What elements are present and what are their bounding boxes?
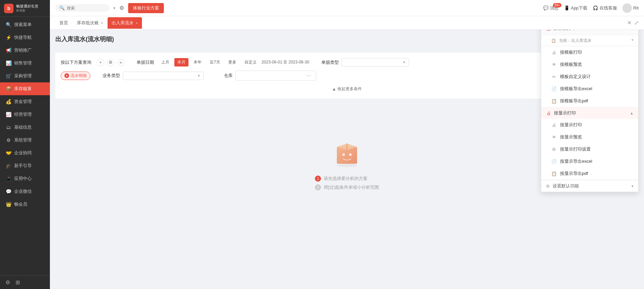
collapse-sidebar-icon[interactable]: ⊞	[16, 279, 20, 286]
search-nav-icon: 🔍	[5, 22, 11, 28]
tab-expand-icon[interactable]: ⤢	[634, 20, 639, 26]
app-center-icon: 📱	[5, 176, 11, 182]
topbar-gear-icon[interactable]: ⚙	[119, 5, 124, 11]
sidebar-item-label: 企业协同	[14, 150, 32, 156]
dropdown-current-chevron: ▾	[632, 38, 634, 44]
marketing-icon: 📢	[5, 47, 11, 53]
tabs-bar: 首页 库存批次账 × 出入库流水 × ✕ ⤢	[50, 16, 644, 30]
sidebar-item-enterprise-wechat[interactable]: 💬 企业微信	[0, 185, 50, 198]
dropdown-display-section-label: 按显示打印	[554, 110, 576, 116]
online-service-btn[interactable]: 🎧 在线客服	[593, 5, 617, 11]
dropdown-item-template-export-pdf[interactable]: 📋 按模板导出pdf	[541, 95, 638, 107]
dropdown-item-template-preview-label: 按模板预览	[560, 61, 582, 68]
dropdown-footer-chevron: ▾	[632, 184, 634, 188]
dropdown-item-display-print-settings[interactable]: ⚙ 按显示打印设置	[541, 143, 638, 155]
template-customize-icon: ✏	[551, 74, 557, 79]
dropdown-header[interactable]: 🖨 按模板打印 ▲	[541, 30, 638, 35]
sidebar-bottom: ⚙ ⊞	[0, 275, 50, 289]
sidebar-nav: 🔍 搜索菜单 ⚡ 快捷导航 📢 营销推广 📊 销售管理 🛒 采购管理 📦 库存核…	[0, 17, 50, 275]
message-badge: 99+	[553, 3, 561, 7]
app-download-btn[interactable]: 📱 App下载	[564, 5, 587, 11]
warehouse-more-icon[interactable]: ···	[307, 73, 311, 79]
sidebar-item-operations[interactable]: 📈 经营管理	[0, 108, 50, 121]
sidebar-item-finance[interactable]: 💰 资金管理	[0, 95, 50, 108]
collapse-filter-btn[interactable]: «	[117, 59, 124, 66]
search-input[interactable]	[67, 6, 100, 10]
warehouse-select[interactable]: ···	[235, 71, 316, 81]
sidebar-item-app-center[interactable]: 📱 应用中心	[0, 172, 50, 185]
dropdown-item-template-export-excel[interactable]: 📄 按模板导出excel	[541, 83, 638, 95]
biz-type-select[interactable]: ▾	[123, 72, 204, 80]
dropdown-item-display-export-excel[interactable]: 📄 按显示导出excel	[541, 155, 638, 167]
type-label: 单据类型	[321, 59, 339, 65]
display-section-chevron-up: ▲	[630, 111, 634, 115]
collapse-label: 收起更多条件	[338, 86, 362, 92]
dropdown-item-template-customize[interactable]: ✏ 模板自定义设计	[541, 71, 638, 83]
dropdown-header-right: ▲	[630, 30, 634, 30]
flow-filter-tag[interactable]: ● 流水明细	[61, 72, 90, 80]
logo-badge: 标准版	[16, 8, 38, 13]
dropdown-item-template-export-excel-label: 按模板导出excel	[560, 86, 592, 92]
biz-type-chevron: ▾	[198, 74, 200, 78]
sidebar-item-sales[interactable]: 📊 销售管理	[0, 57, 50, 70]
date-btn-last-7-days[interactable]: 近7天	[207, 58, 223, 67]
settings-filter-btn[interactable]: ⚙	[107, 59, 114, 66]
type-select[interactable]: ▾	[342, 58, 409, 67]
dropdown-item-template-preview[interactable]: 👁 按模板预览	[541, 58, 638, 71]
dropdown-footer[interactable]: ⚙ 设置默认功能 ▾	[541, 180, 638, 192]
dropdown-item-template-print-label: 按模板打印	[560, 49, 582, 55]
empty-step-2: 2 用[过滤]条件来缩小分析范围	[315, 184, 379, 190]
date-btn-more[interactable]: 更多	[225, 58, 239, 67]
step-2-label: 用[过滤]条件来缩小分析范围	[324, 184, 379, 190]
filter-actions: + ⚙ «	[97, 59, 124, 66]
sidebar-item-system[interactable]: ⚙ 系统管理	[0, 134, 50, 147]
sidebar-item-guide[interactable]: 🎓 新手引导	[0, 159, 50, 172]
dropdown-current[interactable]: 📋 当前：出入库流水 ▾	[541, 35, 638, 46]
dropdown-item-display-preview[interactable]: 👁 按显示预览	[541, 131, 638, 143]
topbar-search[interactable]: 🔍	[55, 4, 109, 12]
date-btn-custom[interactable]: 自定义	[241, 58, 260, 67]
tab-stock-flow[interactable]: 出入库流水 ×	[108, 17, 142, 29]
tab-home[interactable]: 首页	[55, 17, 72, 29]
dropdown-item-template-print[interactable]: 🖨 按模板打印	[541, 46, 638, 58]
collapse-btn[interactable]: ▲ 收起更多条件	[328, 85, 366, 93]
date-btn-last-month[interactable]: 上月	[158, 58, 172, 67]
topbar-dropdown-chevron[interactable]: ▾	[113, 6, 115, 10]
dropdown-item-display-print[interactable]: 🖨 按显示打印	[541, 119, 638, 131]
cooperation-icon: 🤝	[5, 150, 11, 156]
tab-batch-account-close[interactable]: ×	[101, 21, 103, 25]
tab-close-all-icon[interactable]: ✕	[627, 20, 632, 26]
display-export-pdf-icon: 📋	[551, 171, 557, 176]
display-export-excel-icon: 📄	[551, 159, 557, 164]
sidebar-item-label: 销售管理	[14, 60, 32, 66]
sidebar-item-marketing[interactable]: 📢 营销推广	[0, 44, 50, 57]
tag-icon: ●	[64, 73, 69, 78]
sidebar-item-label: 系统管理	[14, 137, 32, 143]
settings-icon[interactable]: ⚙	[5, 279, 10, 286]
tab-batch-account[interactable]: 库存批次账 ×	[73, 17, 107, 29]
sidebar-item-inventory[interactable]: 📦 库存核算	[0, 82, 50, 95]
dropdown-item-display-export-pdf[interactable]: 📋 按显示导出pdf	[541, 167, 638, 180]
system-icon: ⚙	[5, 137, 11, 143]
dropdown-display-section-header[interactable]: 🖨 按显示打印 ▲	[541, 107, 638, 119]
industry-btn[interactable]: 体验行业方案	[128, 3, 164, 13]
print-dropdown-panel: 🖨 按模板打印 ▲ 📋 当前：出入库流水 ▾	[541, 30, 639, 192]
add-filter-btn[interactable]: +	[97, 59, 104, 66]
date-btn-this-year[interactable]: 本年	[191, 58, 205, 67]
sidebar-item-search[interactable]: 🔍 搜索菜单	[0, 18, 50, 31]
sidebar-item-cooperation[interactable]: 🤝 企业协同	[0, 147, 50, 159]
content-wrapper: 出入库流水(流水明细) 🖨 按模板打印 ▲ ⬆ 导出 ↻ 刷新	[55, 35, 639, 213]
sidebar-item-label: 畅会员	[14, 201, 27, 207]
sidebar-item-label: 营销推广	[14, 47, 32, 53]
sidebar-item-basics[interactable]: 🗂 基础信息	[0, 121, 50, 134]
tab-stock-flow-close[interactable]: ×	[136, 21, 138, 25]
step-1-label: 请先选择要分析的方案	[324, 176, 368, 182]
user-avatar	[622, 3, 632, 13]
message-btn[interactable]: 💬 消息 99+	[543, 5, 559, 11]
dropdown-display-section-left: 🖨 按显示打印	[546, 110, 576, 116]
user-profile[interactable]: Rit	[622, 3, 639, 13]
sidebar-item-quick-nav[interactable]: ⚡ 快捷导航	[0, 31, 50, 44]
sidebar-item-membership[interactable]: 👑 畅会员	[0, 198, 50, 211]
sidebar-item-purchase[interactable]: 🛒 采购管理	[0, 70, 50, 82]
date-btn-this-month[interactable]: 本月	[174, 58, 188, 67]
